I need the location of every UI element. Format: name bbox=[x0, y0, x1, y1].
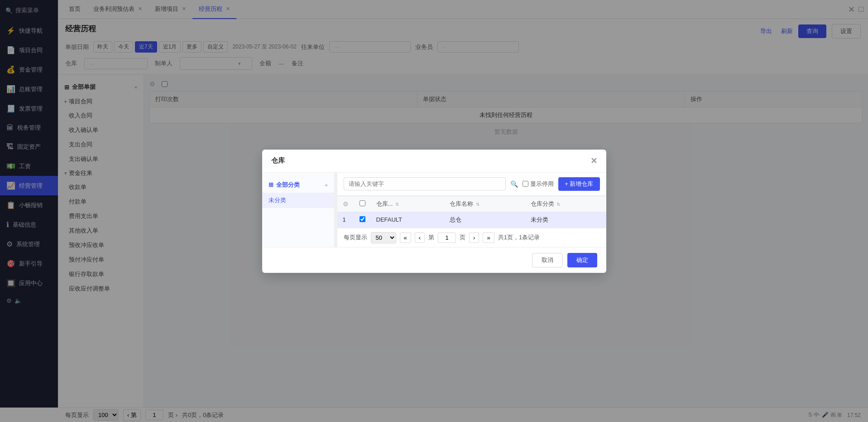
page-input[interactable] bbox=[438, 233, 456, 243]
col-name: 仓库名称 ⇅ bbox=[444, 196, 525, 212]
first-page-btn[interactable]: « bbox=[400, 233, 411, 243]
prev-page-btn[interactable]: ‹ bbox=[415, 233, 425, 243]
per-page-select[interactable]: 50 100 bbox=[371, 232, 396, 243]
row-index: 1 bbox=[337, 212, 354, 228]
dialog-left-scroll: 未分类 bbox=[262, 193, 334, 243]
row-category: 未分类 bbox=[525, 212, 606, 228]
dialog-pagination: 每页显示 50 100 « ‹ 第 页 › » 共1页，1条记录 bbox=[337, 228, 606, 247]
col-code: 仓库... ⇅ bbox=[371, 196, 445, 212]
dialog-body: ⊞ 全部分类 « 未分类 🔍 bbox=[262, 173, 606, 247]
uncategorized-label: 未分类 bbox=[269, 197, 286, 204]
dialog-grid: ⚙ 仓库... ⇅ 仓库名称 bbox=[337, 196, 606, 228]
dialog-all-category[interactable]: ⊞ 全部分类 « bbox=[262, 177, 334, 193]
add-warehouse-button[interactable]: + 新增仓库 bbox=[558, 177, 599, 191]
col-gear: ⚙ bbox=[337, 196, 354, 212]
all-category-icon: ⊞ bbox=[269, 181, 273, 188]
sort-icon-name[interactable]: ⇅ bbox=[476, 202, 480, 207]
sort-icon-code[interactable]: ⇅ bbox=[395, 202, 399, 207]
col-checkbox bbox=[354, 196, 371, 212]
cancel-button[interactable]: 取消 bbox=[532, 253, 563, 267]
warehouse-dialog: 仓库 ✕ ⊞ 全部分类 « 未分类 bbox=[262, 150, 606, 273]
dialog-search-bar: 🔍 显示停用 + 新增仓库 bbox=[337, 173, 606, 196]
dialog-left-collapse[interactable]: « bbox=[325, 182, 327, 188]
row-select-checkbox[interactable] bbox=[360, 216, 365, 222]
total-label: 共1页，1条记录 bbox=[498, 233, 540, 242]
row-checkbox bbox=[354, 212, 371, 228]
page-suffix: 页 bbox=[460, 233, 465, 242]
confirm-button[interactable]: 确定 bbox=[567, 253, 597, 267]
dialog-select-all[interactable] bbox=[360, 200, 365, 206]
sort-icon-category[interactable]: ⇅ bbox=[556, 202, 560, 207]
modal-overlay[interactable]: 仓库 ✕ ⊞ 全部分类 « 未分类 bbox=[0, 0, 868, 422]
show-disabled-label: 显示停用 bbox=[523, 180, 554, 188]
row-name: 总仓 bbox=[444, 212, 525, 228]
dialog-right-panel: 🔍 显示停用 + 新增仓库 ⚙ bbox=[337, 173, 606, 247]
search-icon-dialog: 🔍 bbox=[510, 180, 518, 188]
all-category-label: 全部分类 bbox=[276, 181, 300, 189]
next-page-btn[interactable]: › bbox=[469, 233, 479, 243]
dialog-header: 仓库 ✕ bbox=[262, 150, 606, 173]
table-row[interactable]: 1 DEFAULT 总仓 未分类 bbox=[337, 212, 606, 228]
per-page-label: 每页显示 bbox=[344, 233, 367, 242]
dialog-close-button[interactable]: ✕ bbox=[590, 156, 597, 166]
show-disabled-checkbox[interactable] bbox=[523, 181, 528, 187]
dialog-gear-icon[interactable]: ⚙ bbox=[343, 200, 349, 208]
dialog-title: 仓库 bbox=[271, 156, 285, 165]
col-category: 仓库分类 ⇅ bbox=[525, 196, 606, 212]
row-code: DEFAULT bbox=[371, 212, 445, 228]
last-page-btn[interactable]: » bbox=[483, 233, 494, 243]
dialog-table: ⚙ 仓库... ⇅ 仓库名称 bbox=[337, 196, 606, 228]
page-label: 第 bbox=[428, 233, 434, 242]
dialog-actions: 取消 确定 bbox=[262, 247, 606, 273]
dialog-left-panel: ⊞ 全部分类 « 未分类 bbox=[262, 173, 335, 247]
dialog-search-input[interactable] bbox=[344, 177, 506, 190]
dialog-uncategorized-item[interactable]: 未分类 bbox=[262, 193, 334, 208]
